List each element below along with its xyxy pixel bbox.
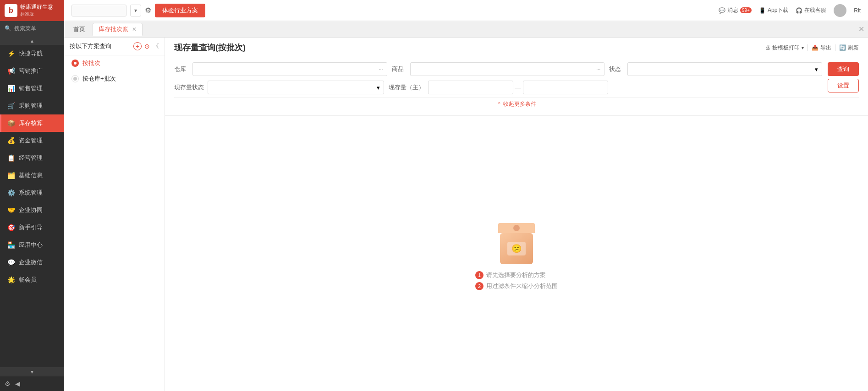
tabbar-close-all-icon[interactable]: ✕ (858, 25, 864, 33)
scheme-item-by-batch[interactable]: 按批次 (64, 55, 165, 71)
stock-status-label: 现存量状态 (174, 83, 204, 92)
member-label: 畅会员 (19, 276, 37, 284)
scroll-up[interactable]: ▲ (0, 36, 64, 45)
message-button[interactable]: 💬 消息 99+ (719, 6, 752, 14)
sidebar-item-sales[interactable]: 📊 销售管理 (0, 80, 64, 97)
box-body: 😕 (500, 233, 533, 264)
system-label: 系统管理 (19, 189, 43, 197)
page-title-bar: 现存量查询(按批次) 🖨 按模板打印 ▾ 📤 导出 🔄 (165, 38, 868, 58)
search-label: 搜索菜单 (14, 25, 36, 33)
system-icon: ⚙️ (7, 189, 15, 196)
scheme-settings-icon[interactable]: ⊙ (144, 43, 150, 50)
stock-qty-max[interactable] (523, 81, 608, 94)
warehouse-input[interactable] (197, 66, 379, 73)
stock-status-select[interactable]: ▾ (208, 81, 384, 94)
sidebar: b 畅康通好生意 标准版 🔍 搜索菜单 ▲ ⚡ 快捷导航 📢 营销推广 📊 销售… (0, 0, 64, 391)
sidebar-search[interactable]: 🔍 搜索菜单 (0, 21, 64, 36)
app-download-label: App下载 (768, 6, 788, 14)
sidebar-item-system[interactable]: ⚙️ 系统管理 (0, 184, 64, 201)
tab-home[interactable]: 首页 (68, 23, 91, 36)
sidebar-item-operations[interactable]: 📋 经营管理 (0, 149, 64, 167)
collapse-panel-icon[interactable]: 《 (153, 42, 159, 50)
warehouse-label: 仓库 (174, 65, 189, 73)
sidebar-item-wechat[interactable]: 💬 企业微信 (0, 254, 64, 271)
status-arrow-icon: ▾ (815, 66, 818, 73)
username-label: Rit (854, 7, 861, 14)
sidebar-item-purchase[interactable]: 🛒 采购管理 (0, 97, 64, 114)
online-service-button[interactable]: 🎧 在线客服 (796, 6, 826, 14)
print-dropdown-icon[interactable]: ▾ (802, 45, 804, 50)
basics-label: 基础信息 (19, 171, 43, 179)
settings-button[interactable]: 设置 (828, 79, 859, 92)
export-label: 导出 (820, 44, 831, 52)
tab-home-label: 首页 (73, 25, 85, 33)
online-service-label: 在线客服 (804, 6, 826, 14)
goods-filter: 商品 ··· (392, 62, 605, 76)
scroll-down[interactable]: ▼ (0, 367, 64, 376)
sidebar-item-quick-nav[interactable]: ⚡ 快捷导航 (0, 45, 64, 62)
search-input[interactable] (71, 5, 126, 16)
box-face: 😕 (507, 242, 526, 255)
dropdown-button[interactable]: ▾ (130, 5, 141, 16)
export-icon: 📤 (812, 44, 819, 51)
sales-icon: 📊 (7, 85, 15, 92)
sidebar-item-appstore[interactable]: 🏪 应用中心 (0, 236, 64, 254)
left-panel-actions: + ⊙ 《 (133, 42, 159, 50)
page-title: 现存量查询(按批次) (174, 42, 246, 53)
trial-button[interactable]: 体验行业方案 (155, 4, 205, 17)
finance-label: 资金管理 (19, 136, 43, 145)
collapse-more-bar[interactable]: ⌃ 收起更多条件 (174, 97, 859, 111)
sidebar-item-inventory[interactable]: 📦 库存核算 (0, 114, 64, 132)
scheme-item-by-warehouse-batch[interactable]: 按仓库+批次 (64, 71, 165, 87)
warehouse-input-wrap[interactable]: ··· (192, 62, 387, 76)
query-button[interactable]: 查询 (828, 62, 859, 76)
divider1 (808, 44, 808, 51)
app-logo: b (5, 4, 17, 17)
marketing-label: 营销推广 (19, 67, 43, 75)
box-lid-knob (513, 225, 520, 231)
stock-qty-label: 现存量（主） (389, 83, 424, 92)
purchase-icon: 🛒 (7, 102, 15, 109)
goods-more-icon[interactable]: ··· (596, 66, 600, 72)
search-icon: 🔍 (5, 25, 11, 32)
right-main: 现存量查询(按批次) 🖨 按模板打印 ▾ 📤 导出 🔄 (165, 38, 868, 391)
quick-nav-icon: ⚡ (7, 50, 15, 57)
status-select[interactable]: ▾ (627, 62, 822, 76)
warehouse-more-icon[interactable]: ··· (379, 66, 383, 72)
sidebar-item-marketing[interactable]: 📢 营销推广 (0, 62, 64, 80)
app-download-button[interactable]: 📱 App下载 (759, 6, 788, 14)
print-icon: 🖨 (765, 44, 770, 51)
wechat-label: 企业微信 (19, 258, 43, 266)
print-button[interactable]: 🖨 按模板打印 ▾ (765, 44, 804, 52)
print-label: 按模板打印 (772, 44, 800, 52)
gear-icon[interactable]: ⚙ (145, 6, 151, 15)
inventory-label: 库存核算 (19, 119, 43, 127)
headset-icon: 🎧 (796, 7, 802, 14)
stock-qty-range: — (428, 81, 608, 94)
inventory-icon: 📦 (7, 119, 15, 127)
goods-input-wrap[interactable]: ··· (410, 62, 605, 76)
hint-text-2: 用过滤条件来缩小分析范围 (486, 282, 558, 290)
footer-collapse-icon[interactable]: ◀ (15, 380, 20, 387)
refresh-button[interactable]: 🔄 刷新 (839, 44, 859, 52)
sidebar-item-collab[interactable]: 🤝 企业协同 (0, 201, 64, 219)
sales-label: 销售管理 (19, 84, 43, 92)
scheme-active-dot (71, 60, 79, 67)
add-scheme-button[interactable]: + (133, 42, 142, 50)
footer-settings-icon[interactable]: ⚙ (5, 380, 11, 387)
export-button[interactable]: 📤 导出 (812, 44, 831, 52)
sidebar-item-basics[interactable]: 🗂️ 基础信息 (0, 167, 64, 184)
tab-inventory-batch[interactable]: 库存批次账 ✕ (93, 23, 143, 36)
sidebar-item-finance[interactable]: 💰 资金管理 (0, 132, 64, 149)
app-info: 畅康通好生意 标准版 (20, 4, 53, 17)
goods-input[interactable] (414, 66, 597, 73)
svg-point-0 (74, 62, 77, 65)
sidebar-item-newbie[interactable]: 🎯 新手引导 (0, 219, 64, 236)
app-name: 畅康通好生意 (20, 4, 53, 11)
tab-close-icon[interactable]: ✕ (132, 26, 137, 33)
left-panel-title: 按以下方案查询 (70, 42, 111, 50)
sidebar-item-member[interactable]: 🌟 畅会员 (0, 271, 64, 288)
avatar[interactable] (834, 4, 846, 17)
collab-icon: 🤝 (7, 206, 15, 214)
stock-qty-min[interactable] (428, 81, 513, 94)
